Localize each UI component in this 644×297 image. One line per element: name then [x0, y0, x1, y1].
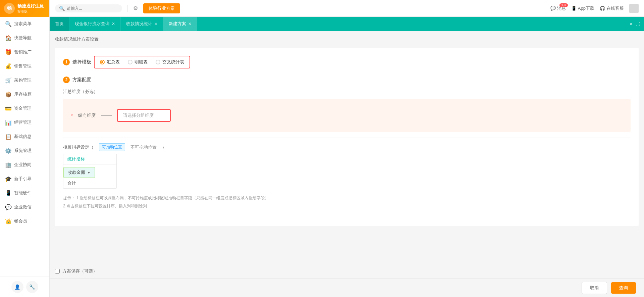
dropdown-arrow-icon: ▼: [87, 171, 91, 175]
tab-collection-stats-close[interactable]: ✕: [154, 21, 158, 26]
cancel-button[interactable]: 取消: [582, 282, 607, 294]
tab-home[interactable]: 首页: [50, 17, 69, 31]
settings-icon[interactable]: ⚙: [133, 5, 138, 11]
app-download-button[interactable]: 📱 App下载: [571, 5, 594, 11]
main-content: 收款情况统计方案设置 1 选择模板 汇总表: [50, 31, 644, 264]
radio-cross-circle: [156, 60, 160, 64]
operations-icon: 📊: [5, 119, 11, 126]
logo-text: 畅捷通好生意 标准版: [17, 3, 44, 14]
tab-actions: ✕ ⛶: [625, 17, 644, 31]
dimension-subsection: 汇总维度（必选） * 纵向维度 —— 请选择分组维度: [63, 89, 631, 132]
logo-icon: 畅: [4, 3, 15, 14]
topbar-divider: [127, 5, 128, 12]
system-icon: ⚙️: [5, 148, 11, 154]
template-radio-group: 汇总表 明细表 交叉统计表: [94, 56, 190, 68]
tab-bank-flow[interactable]: 现金银行流水查询 ✕: [69, 17, 121, 31]
topbar-search-box[interactable]: 🔍: [55, 4, 122, 12]
section2-header: 2 方案配置: [63, 77, 631, 83]
metrics-header: 模板指标设定（ 可拖动位置 不可拖动位置 ）: [63, 143, 631, 151]
save-option-bar: 方案保存（可选）: [50, 264, 644, 278]
required-marker: *: [71, 113, 73, 118]
metrics-hint-end: ）: [162, 144, 166, 150]
sidebar-item-guide[interactable]: 🎓 新手引导: [0, 172, 49, 186]
tip-row-2: 2.点击标题栏下拉可设置排序、插入列和删除列: [63, 202, 631, 210]
metric-total: 合计: [63, 178, 116, 188]
metrics-container: 统计指标 收款金额 ▼ 合计: [63, 154, 117, 189]
app-icon: 📱: [571, 6, 577, 11]
user-avatar[interactable]: [629, 4, 639, 13]
sidebar-item-inventory[interactable]: 📦 库存核算: [0, 87, 49, 101]
section-config: 2 方案配置 汇总维度（必选） * 纵向维度 —— 请选择分组维度: [63, 77, 631, 210]
tab-new-plan[interactable]: 新建方案 ✕: [163, 17, 197, 31]
tips-section: 提示： 1.拖动标题栏可以调整布局，不可跨维度或指标区域拖动栏目字段（只能在同一…: [63, 194, 631, 210]
home-icon: 🏠: [5, 35, 11, 41]
radio-cross[interactable]: 交叉统计表: [156, 59, 184, 65]
footer: 取消 查询: [50, 278, 644, 297]
marketing-icon: 🎁: [5, 49, 11, 55]
tab-maximize-icon[interactable]: ⛶: [636, 21, 640, 27]
radio-summary[interactable]: 汇总表: [100, 59, 120, 65]
settings-card: 1 选择模板 汇总表 明细表: [55, 48, 639, 226]
sidebar-logo: 畅 畅捷通好生意 标准版: [0, 0, 49, 17]
tabs-bar: 首页 现金银行流水查询 ✕ 收款情况统计 ✕ 新建方案 ✕ ✕ ⛶: [50, 17, 644, 31]
sidebar-item-wechat[interactable]: 💬 企业微信: [0, 200, 49, 214]
sidebar-item-sales[interactable]: 💰 销售管理: [0, 59, 49, 73]
finance-icon: 💳: [5, 105, 11, 111]
sidebar-item-purchase[interactable]: 🛒 采购管理: [0, 73, 49, 87]
sidebar-item-member[interactable]: 👑 畅会员: [0, 214, 49, 228]
industry-plan-button[interactable]: 体验行业方案: [143, 3, 180, 13]
topbar: 🔍 ⚙ 体验行业方案 💬 消息 99+ 📱 App下载 🎧 在线客服: [50, 0, 644, 17]
search-icon: 🔍: [59, 6, 65, 11]
topbar-right: 💬 消息 99+ 📱 App下载 🎧 在线客服: [550, 4, 639, 13]
sidebar-item-operations[interactable]: 📊 经营管理: [0, 115, 49, 130]
radio-summary-circle: [100, 60, 105, 64]
arrow-icon: ——: [101, 112, 112, 118]
base-info-icon: 📋: [5, 134, 11, 140]
section1-header: 1 选择模板 汇总表 明细表: [63, 56, 631, 68]
metric-amount[interactable]: 收款金额 ▼: [63, 167, 95, 178]
sidebar-item-hardware[interactable]: 📱 智能硬件: [0, 186, 49, 200]
draggable-badge: 可拖动位置: [99, 143, 125, 151]
radio-detail[interactable]: 明细表: [128, 59, 148, 65]
sidebar-item-search[interactable]: 🔍 搜索菜单: [0, 17, 49, 31]
purchase-icon: 🛒: [5, 77, 11, 83]
wechat-icon: 💬: [5, 204, 11, 210]
sales-icon: 💰: [5, 63, 11, 69]
sidebar-user-btn[interactable]: 👤: [11, 281, 23, 293]
sidebar-item-base-info[interactable]: 📋 基础信息: [0, 130, 49, 144]
section-template: 1 选择模板 汇总表 明细表: [63, 56, 631, 68]
tab-collection-stats[interactable]: 收款情况统计 ✕: [121, 17, 163, 31]
member-icon: 👑: [5, 218, 11, 224]
tab-close-all-icon[interactable]: ✕: [629, 21, 633, 27]
save-checkbox[interactable]: [55, 269, 60, 274]
divider: [63, 138, 631, 138]
dimension-row: * 纵向维度 —— 请选择分组维度: [71, 109, 171, 122]
message-button[interactable]: 💬 消息 99+: [550, 5, 566, 11]
breadcrumb: 收款情况统计方案设置: [55, 36, 639, 42]
service-icon: 🎧: [600, 6, 605, 11]
sidebar-item-finance[interactable]: 💳 资金管理: [0, 101, 49, 115]
sidebar-item-system[interactable]: ⚙️ 系统管理: [0, 144, 49, 158]
dimension-select[interactable]: 请选择分组维度: [117, 109, 171, 122]
hardware-icon: 📱: [5, 190, 11, 196]
sidebar-item-quick-nav[interactable]: 🏠 快捷导航: [0, 31, 49, 45]
sidebar-settings-btn[interactable]: 🔧: [26, 281, 38, 293]
tab-bank-flow-close[interactable]: ✕: [112, 21, 115, 26]
search-input[interactable]: [67, 6, 114, 11]
metrics-title: 统计指标: [63, 154, 116, 164]
dimension-area: * 纵向维度 —— 请选择分组维度: [63, 99, 631, 132]
sidebar-item-enterprise[interactable]: 🏢 企业协同: [0, 158, 49, 172]
sidebar-item-marketing[interactable]: 🎁 营销推广: [0, 45, 49, 59]
tip-row-1: 提示： 1.拖动标题栏可以调整布局，不可跨维度或指标区域拖动栏目字段（只能在同一…: [63, 194, 631, 202]
online-service-button[interactable]: 🎧 在线客服: [600, 5, 624, 11]
main-area: 🔍 ⚙ 体验行业方案 💬 消息 99+ 📱 App下载 🎧 在线客服: [50, 0, 644, 297]
tab-new-plan-close[interactable]: ✕: [188, 21, 192, 26]
query-button[interactable]: 查询: [611, 282, 636, 294]
metrics-subsection: 模板指标设定（ 可拖动位置 不可拖动位置 ） 统计指标 收款金额 ▼: [63, 143, 631, 189]
inventory-icon: 📦: [5, 91, 11, 97]
sidebar: 畅 畅捷通好生意 标准版 🔍 搜索菜单 🏠 快捷导航 🎁 营销推广 💰 销售管理…: [0, 0, 50, 297]
search-menu-icon: 🔍: [5, 21, 11, 27]
guide-icon: 🎓: [5, 176, 11, 182]
sidebar-nav: 🔍 搜索菜单 🏠 快捷导航 🎁 营销推广 💰 销售管理 🛒 采购管理 📦 库存核…: [0, 17, 49, 277]
sidebar-bottom: 👤 🔧: [0, 277, 49, 297]
